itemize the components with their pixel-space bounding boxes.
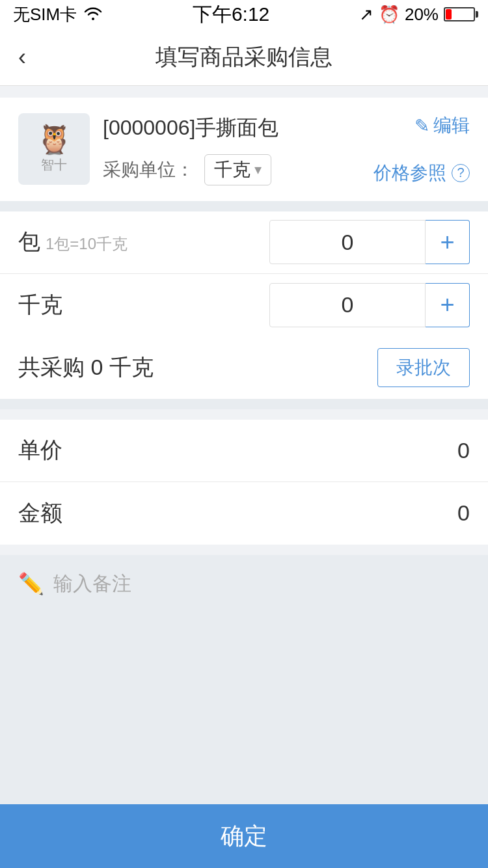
wifi-icon — [83, 5, 103, 25]
bag-plus-button[interactable]: + — [426, 220, 470, 264]
unit-value: 千克 — [214, 157, 251, 182]
batch-button[interactable]: 录批次 — [377, 348, 470, 387]
location-icon: ↗ — [359, 5, 373, 25]
kg-label: 千克 — [18, 290, 70, 320]
unit-price-value: 0 — [457, 438, 470, 463]
product-image-label: 智十 — [41, 156, 67, 174]
kg-qty-box: + — [269, 283, 470, 327]
section-divider-1 — [0, 201, 488, 211]
remark-placeholder: 输入备注 — [53, 571, 131, 597]
status-bar: 无SIM卡 下午6:12 ↗ ⏰ 20% — [0, 0, 488, 29]
bag-input-wrap: + — [128, 220, 470, 264]
pencil-icon: ✏️ — [18, 571, 44, 596]
back-button[interactable]: ‹ — [18, 44, 26, 71]
summary-text: 共采购 0 千克 — [18, 353, 154, 383]
input-section: 包1包=10千克 + 千克 + — [0, 211, 488, 336]
alarm-icon: ⏰ — [379, 5, 400, 25]
edit-label: 编辑 — [433, 113, 470, 138]
section-divider-2 — [0, 399, 488, 409]
status-bar-left: 无SIM卡 — [13, 3, 103, 26]
edit-icon: ✎ — [414, 115, 429, 137]
status-bar-time: 下午6:12 — [193, 1, 269, 28]
kg-input-row: 千克 + — [0, 274, 488, 336]
bag-qty-box: + — [269, 220, 470, 264]
amount-row: 金额 0 — [0, 482, 488, 545]
price-ref-button[interactable]: 价格参照 ? — [373, 161, 470, 185]
amount-label: 金额 — [18, 498, 62, 528]
unit-price-label: 单价 — [18, 435, 62, 465]
amount-value: 0 — [457, 500, 470, 526]
bottom-spacer — [0, 613, 488, 804]
battery-percent: 20% — [405, 5, 439, 25]
kg-qty-input[interactable] — [269, 283, 426, 327]
bag-qty-input[interactable] — [269, 220, 426, 264]
summary-row: 共采购 0 千克 录批次 — [0, 336, 488, 399]
product-card: 🦉 智十 [0000006]手撕面包 采购单位： 千克 ▾ ✎ 编辑 价格参照 … — [0, 98, 488, 201]
unit-price-row: 单价 0 — [0, 420, 488, 482]
bag-input-row: 包1包=10千克 + — [0, 211, 488, 274]
confirm-button[interactable]: 确定 — [0, 804, 488, 868]
product-image: 🦉 智十 — [18, 113, 90, 185]
carrier-text: 无SIM卡 — [13, 3, 77, 26]
remark-section[interactable]: ✏️ 输入备注 — [0, 555, 488, 613]
battery-icon — [444, 7, 475, 21]
info-icon: ? — [452, 164, 470, 182]
kg-plus-button[interactable]: + — [426, 283, 470, 327]
bag-label: 包1包=10千克 — [18, 227, 128, 257]
confirm-label: 确定 — [221, 821, 267, 852]
page-title: 填写商品采购信息 — [156, 42, 332, 72]
status-bar-right: ↗ ⏰ 20% — [359, 5, 475, 25]
chevron-down-icon: ▾ — [254, 161, 262, 178]
nav-bar: ‹ 填写商品采购信息 — [0, 29, 488, 86]
unit-select[interactable]: 千克 ▾ — [204, 154, 271, 185]
kg-input-wrap: + — [70, 283, 470, 327]
price-ref-label: 价格参照 — [373, 161, 446, 185]
edit-button[interactable]: ✎ 编辑 — [414, 113, 470, 138]
unit-label: 采购单位： — [103, 157, 194, 182]
bag-sub-label: 1包=10千克 — [46, 235, 128, 252]
product-owl-icon: 🦉 — [36, 125, 72, 154]
price-section: 单价 0 金额 0 — [0, 420, 488, 545]
